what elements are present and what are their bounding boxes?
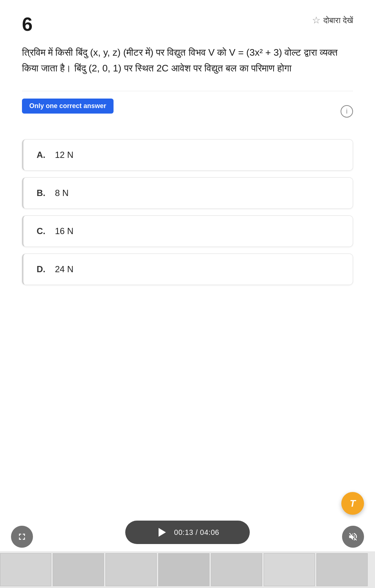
option-b-text: 8 N	[55, 188, 68, 198]
options-section: A. 12 N B. 8 N C. 16 N D. 24 N	[0, 139, 375, 306]
mute-button[interactable]	[342, 526, 364, 548]
option-card-wrapper-a: A. 12 N	[22, 139, 353, 171]
bookmark-label: दोबारा देखें	[323, 16, 353, 25]
option-d[interactable]: D. 24 N	[22, 254, 353, 285]
thumbnail-1[interactable]	[0, 553, 51, 586]
translate-icon: T	[350, 498, 356, 509]
option-card-wrapper-d: D. 24 N	[22, 254, 353, 285]
option-a-text: 12 N	[55, 150, 74, 160]
play-icon	[159, 528, 166, 537]
video-bar: 00:13 / 04:06	[125, 521, 250, 544]
bookmark-button[interactable]: ☆ दोबारा देखें	[312, 15, 353, 26]
option-a-label: A.	[37, 150, 48, 160]
option-c[interactable]: C. 16 N	[22, 215, 353, 247]
fullscreen-button[interactable]	[11, 526, 33, 548]
option-b[interactable]: B. 8 N	[22, 177, 353, 209]
option-card-wrapper-b: B. 8 N	[22, 177, 353, 209]
thumbnail-5[interactable]	[211, 553, 262, 586]
badge-row: Only one correct answer i	[22, 99, 353, 125]
play-button[interactable]	[156, 526, 169, 539]
divider	[22, 91, 353, 91]
thumbnail-3[interactable]	[105, 553, 157, 586]
thumbnail-6[interactable]	[264, 553, 315, 586]
option-a[interactable]: A. 12 N	[22, 139, 353, 171]
option-c-label: C.	[37, 226, 48, 236]
star-icon: ☆	[312, 15, 320, 26]
option-b-label: B.	[37, 188, 48, 198]
thumbnail-7[interactable]	[316, 553, 368, 586]
info-letter: i	[346, 108, 348, 115]
thumbnail-2[interactable]	[53, 553, 104, 586]
fullscreen-icon	[17, 532, 27, 542]
option-d-text: 24 N	[55, 264, 74, 274]
info-icon-button[interactable]: i	[341, 105, 353, 118]
option-d-label: D.	[37, 264, 48, 274]
option-card-wrapper-c: C. 16 N	[22, 215, 353, 247]
question-number: 6	[22, 15, 33, 34]
main-container: 6 ☆ दोबारा देखें त्रिविम में किसी बिंदु …	[0, 0, 375, 588]
mute-icon	[348, 532, 358, 542]
bottom-controls: 00:13 / 04:06	[0, 526, 375, 548]
only-one-badge: Only one correct answer	[22, 99, 114, 114]
option-c-text: 16 N	[55, 226, 74, 236]
thumbnail-4[interactable]	[158, 553, 209, 586]
video-time: 00:13 / 04:06	[174, 528, 219, 537]
question-header: 6 ☆ दोबारा देखें	[22, 15, 353, 34]
question-text: त्रिविम में किसी बिंदु (x, y, z) (मीटर म…	[22, 45, 353, 76]
question-section: 6 ☆ दोबारा देखें त्रिविम में किसी बिंदु …	[0, 0, 375, 139]
thumbnails-strip	[0, 551, 375, 588]
translate-fab[interactable]: T	[341, 492, 364, 515]
